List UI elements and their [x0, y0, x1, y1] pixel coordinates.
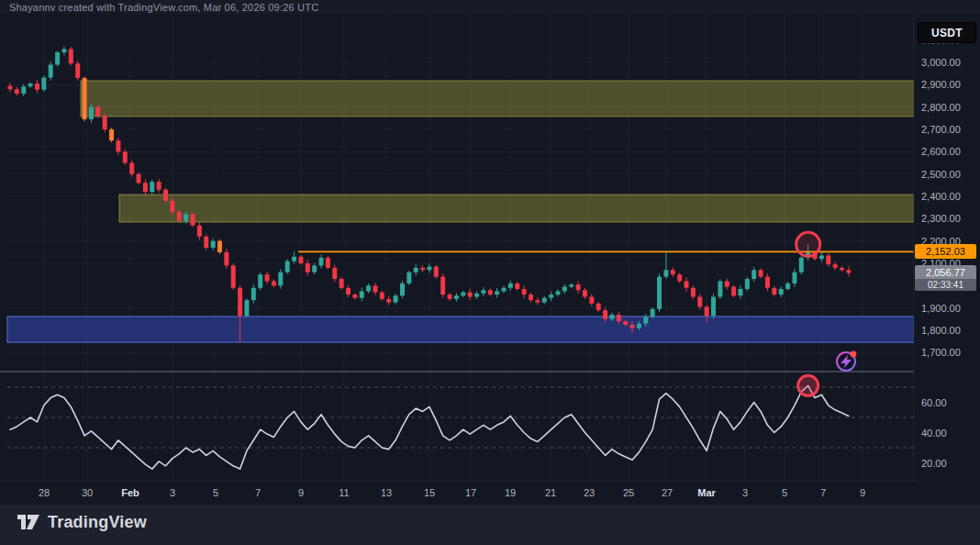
price-scale-label: 2,800.00: [921, 102, 961, 113]
candle-body: [61, 49, 66, 52]
candle-body: [711, 296, 716, 316]
candle-body: [326, 258, 330, 268]
candle-body: [170, 201, 174, 212]
alerts-bolt-icon[interactable]: [837, 351, 856, 371]
candle-body: [846, 270, 851, 272]
candle-body: [123, 151, 128, 162]
candle-body: [184, 214, 188, 220]
candle-body: [129, 163, 134, 174]
price-scale-label: 1,700.00: [921, 347, 961, 358]
candle-body: [691, 288, 696, 297]
candle-body: [204, 237, 208, 248]
demand-zone-lower[interactable]: [7, 317, 914, 342]
candle-body: [75, 63, 80, 78]
price-scale-label: 2,900.00: [921, 79, 961, 90]
candle-body: [306, 263, 310, 272]
highlight-circle-price: [796, 232, 820, 256]
candle-body: [542, 298, 547, 303]
price-scale-label: 3,000.00: [921, 57, 961, 68]
candle-body: [8, 86, 13, 90]
time-axis-label: 7: [255, 487, 261, 498]
candle-body: [211, 241, 216, 248]
price-scale-label: 2,400.00: [921, 191, 961, 202]
candle-body: [589, 296, 594, 303]
candle-body: [529, 295, 533, 300]
candle-body: [28, 83, 33, 86]
candle-body: [406, 272, 411, 284]
candle-body: [603, 310, 607, 319]
candle-body: [49, 64, 53, 77]
candle-body: [319, 258, 324, 266]
candle-body: [623, 321, 628, 325]
candle-body: [400, 284, 405, 295]
candle-body: [752, 270, 756, 279]
time-axis[interactable]: 2830Feb3579111315171921232527Mar3579: [0, 482, 914, 505]
candle-body: [454, 295, 459, 299]
candle-body: [346, 288, 351, 295]
candle-body: [83, 78, 87, 119]
rsi-scale-label: 40.00: [921, 428, 947, 439]
candle-body: [643, 317, 648, 323]
candle-body: [116, 140, 120, 151]
candle-body: [238, 288, 242, 316]
currency-badge[interactable]: USDT: [918, 22, 976, 43]
candle-body: [630, 325, 635, 328]
candle-body: [562, 287, 567, 292]
candle-body: [366, 285, 371, 291]
tradingview-logo[interactable]: TradingView: [17, 512, 147, 532]
alert-price-label[interactable]: 2,152.03: [915, 244, 976, 259]
rsi-scale-label: 60.00: [921, 397, 947, 408]
candle-body: [522, 289, 527, 295]
candle-body: [434, 267, 439, 277]
candle-body: [468, 293, 473, 297]
candle-body: [474, 294, 479, 297]
time-axis-label: 7: [820, 487, 826, 498]
chart-canvas[interactable]: [0, 0, 980, 545]
tradingview-logo-text: TradingView: [48, 513, 147, 532]
candle-body: [448, 295, 452, 299]
candle-body: [143, 183, 148, 192]
candle-body: [244, 300, 249, 316]
supply-zone-upper[interactable]: [81, 81, 914, 117]
candle-body: [340, 279, 344, 288]
candle-body: [609, 315, 614, 319]
candle-body: [685, 281, 689, 287]
candle-body: [177, 212, 182, 221]
candle-body: [95, 107, 100, 117]
time-axis-label: 30: [82, 487, 93, 498]
candle-body: [745, 279, 750, 289]
candle-body: [799, 258, 804, 272]
candle-body: [386, 299, 391, 303]
candle-body: [394, 295, 398, 302]
candle-body: [819, 255, 824, 259]
candle-body: [731, 287, 736, 296]
candle-body: [41, 78, 46, 90]
candle-body: [69, 49, 73, 63]
candle-body: [481, 290, 485, 294]
candle-body: [89, 107, 94, 119]
time-axis-label: 15: [424, 487, 435, 498]
price-scale-label: 1,900.00: [921, 303, 961, 314]
candle-body: [298, 257, 303, 263]
time-axis-label: 9: [298, 487, 304, 498]
supply-zone-mid[interactable]: [119, 195, 914, 222]
time-axis-label: 3: [742, 487, 748, 498]
candle-body: [549, 295, 553, 298]
candle-body: [312, 265, 317, 272]
candle-body: [285, 261, 290, 272]
candle-body: [265, 274, 270, 281]
highlight-circle-rsi: [798, 375, 819, 395]
attribution-bar: Shayannv created with TradingView.com, M…: [0, 0, 980, 14]
time-axis-label: 19: [505, 487, 516, 498]
candle-body: [759, 270, 763, 276]
time-axis-label: 9: [860, 487, 865, 498]
price-scale-label: 2,500.00: [921, 169, 961, 180]
candle-body: [663, 270, 668, 276]
candle-body: [150, 182, 154, 192]
candle-body: [373, 285, 377, 292]
candle-body: [224, 252, 228, 266]
price-scale[interactable]: 3,100.003,000.002,900.002,800.002,700.00…: [914, 14, 980, 505]
candle-body: [251, 288, 256, 300]
candle-body: [840, 268, 844, 270]
candle-body: [705, 306, 709, 316]
